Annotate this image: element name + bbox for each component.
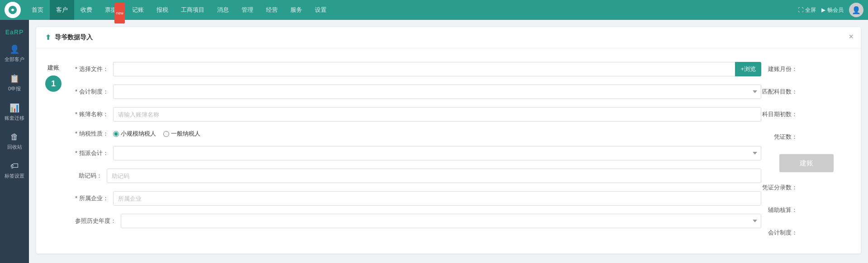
build-month-row: 建账月份： (761, 62, 852, 76)
avatar[interactable]: 👤 (849, 3, 863, 17)
sidebar-item-migration[interactable]: 📊 账套迁移 (0, 99, 29, 126)
migration-icon: 📊 (9, 103, 19, 113)
subject-initial-row: 科目期初数： (761, 107, 852, 122)
match-subject-label: 匹配科目数： (761, 88, 802, 96)
browse-button[interactable]: +浏览 (735, 62, 761, 76)
fullscreen-icon: ⛶ (798, 7, 803, 13)
file-input-row: +浏览 (113, 62, 761, 76)
nav-service[interactable]: 服务 (284, 0, 308, 20)
nav-business[interactable]: 工商项目 (175, 0, 211, 20)
aux-calc-label: 辅助核算： (761, 206, 802, 214)
new-badge: new (114, 3, 125, 23)
sidebar-branding: EaRP (4, 24, 26, 38)
assign-accountant-select[interactable] (113, 146, 761, 160)
nav-home[interactable]: 首页 (25, 0, 50, 20)
assign-accountant-label: * 指派会计： (75, 149, 113, 157)
nav-invoice[interactable]: 票据 new (99, 0, 126, 20)
vip-btn[interactable]: ▶ 畅会员 (821, 6, 844, 14)
all-clients-icon: 👤 (9, 44, 19, 54)
nav-bookkeeping[interactable]: 记账 (126, 0, 150, 20)
vip-icon: ▶ (821, 7, 825, 13)
nav-items: 首页 客户 收费 票据 new 记账 报税 工商项目 消息 管理 经营 服务 设… (25, 0, 798, 20)
info-col: 建账月份： 匹配科目数： 科目期初数： 凭证数： (761, 62, 852, 240)
voucher-count-row: 凭证数： (761, 130, 852, 144)
tax-type-row: * 纳税性质： 小规模纳税人 一般纳税人 (75, 130, 761, 138)
close-button[interactable]: × (849, 33, 854, 41)
sidebar-item-declaration[interactable]: 📋 0申报 (0, 69, 29, 97)
page-title: 导爷数据导入 (55, 33, 93, 42)
declaration-icon: 📋 (9, 74, 19, 84)
nav-settings[interactable]: 设置 (308, 0, 333, 20)
info-accounting-system-row: 会计制度： (761, 225, 852, 240)
radio-small-scale[interactable]: 小规模纳税人 (113, 130, 156, 138)
match-subject-row: 匹配科目数： (761, 85, 852, 99)
step-indicator: 建账 1 (45, 62, 62, 240)
voucher-entries-label: 凭证分录数： (761, 183, 802, 192)
memo-label: 助记码： (75, 172, 107, 180)
aux-calc-row: 辅助核算： (761, 203, 852, 217)
accounting-system-label: * 会计制度： (75, 88, 113, 96)
history-year-label: 参照历史年度： (75, 217, 121, 225)
form-left-col: * 选择文件： +浏览 * 会计制度： (75, 62, 761, 240)
memo-input[interactable] (107, 169, 761, 183)
build-month-label: 建账月份： (761, 65, 802, 73)
history-year-select[interactable] (121, 214, 761, 228)
radio-general-input[interactable] (163, 131, 169, 137)
nav-manage[interactable]: 管理 (235, 0, 260, 20)
voucher-count-label: 凭证数： (761, 133, 802, 141)
ledger-name-input[interactable] (113, 107, 761, 122)
voucher-entries-row: 凭证分录数： (761, 180, 852, 195)
tag-icon: 🏷 (10, 161, 19, 171)
accounting-system-select[interactable] (113, 85, 761, 99)
tax-type-label: * 纳税性质： (75, 130, 113, 138)
company-row: * 所属企业： (75, 191, 761, 206)
nav-operation[interactable]: 经营 (260, 0, 284, 20)
radio-small-scale-label: 小规模纳税人 (121, 130, 156, 138)
step-label: 建账 (47, 64, 59, 72)
radio-general[interactable]: 一般纳税人 (163, 130, 200, 138)
nav-message[interactable]: 消息 (211, 0, 235, 20)
radio-small-scale-input[interactable] (113, 131, 119, 137)
recycle-icon: 🗑 (10, 132, 19, 142)
tax-type-radio-group: 小规模纳税人 一般纳税人 (113, 130, 200, 138)
history-year-row: 参照历史年度： (75, 214, 761, 228)
assign-accountant-row: * 指派会计： (75, 146, 761, 160)
nav-client[interactable]: 客户 (50, 0, 74, 20)
app-logo[interactable] (5, 2, 21, 18)
memo-row: 助记码： (75, 169, 761, 183)
submit-area: 建账 (761, 154, 852, 172)
nav-right: ⛶ 全屏 ▶ 畅会员 👤 (798, 3, 863, 17)
nav-fee[interactable]: 收费 (74, 0, 99, 20)
ledger-name-row: * 账簿名称： (75, 107, 761, 122)
main-layout: EaRP 👤 全部客户 📋 0申报 📊 账套迁移 🗑 回收站 🏷 标签设置 ⬆ … (0, 20, 868, 263)
radio-general-label: 一般纳税人 (171, 130, 200, 138)
content-area: ⬆ 导爷数据导入 × 建账 1 * 选择文件： +浏览 (29, 20, 868, 263)
sidebar: EaRP 👤 全部客户 📋 0申报 📊 账套迁移 🗑 回收站 🏷 标签设置 (0, 20, 29, 263)
step-circle: 1 (45, 75, 62, 92)
upload-icon: ⬆ (45, 33, 51, 42)
sidebar-item-tag-settings[interactable]: 🏷 标签设置 (0, 157, 29, 184)
sidebar-item-all-clients[interactable]: 👤 全部客户 (0, 40, 29, 67)
file-row: * 选择文件： +浏览 (75, 62, 761, 76)
import-card: ⬆ 导爷数据导入 × 建账 1 * 选择文件： +浏览 (36, 27, 861, 254)
sidebar-item-recycle[interactable]: 🗑 回收站 (0, 128, 29, 155)
file-input[interactable] (113, 62, 735, 76)
card-header: ⬆ 导爷数据导入 (36, 27, 861, 48)
form-area: 建账 1 * 选择文件： +浏览 * 会计制度： (36, 48, 861, 254)
nav-tax[interactable]: 报税 (150, 0, 175, 20)
company-label: * 所属企业： (75, 194, 113, 202)
info-accounting-system-label: 会计制度： (761, 229, 802, 237)
file-label: * 选择文件： (75, 65, 113, 73)
ledger-name-label: * 账簿名称： (75, 110, 113, 118)
fullscreen-btn[interactable]: ⛶ 全屏 (798, 6, 816, 14)
company-input[interactable] (113, 191, 761, 206)
accounting-system-row: * 会计制度： (75, 85, 761, 99)
subject-initial-label: 科目期初数： (761, 110, 802, 118)
top-nav: 首页 客户 收费 票据 new 记账 报税 工商项目 消息 管理 经营 服务 设… (0, 0, 868, 20)
submit-button[interactable]: 建账 (779, 154, 834, 172)
